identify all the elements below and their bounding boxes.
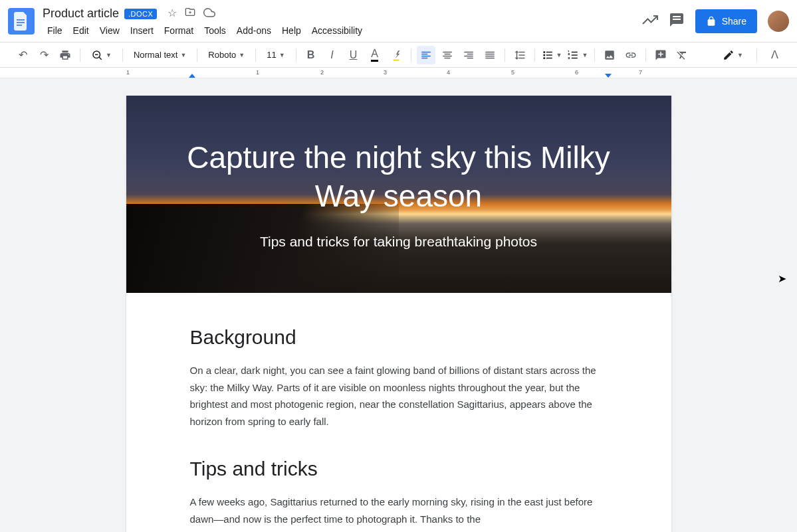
ruler-num: 6 bbox=[575, 69, 578, 76]
ruler-num: 7 bbox=[639, 69, 642, 76]
svg-rect-2 bbox=[17, 25, 22, 26]
hero-title[interactable]: Capture the night sky this Milky Way sea… bbox=[166, 139, 631, 215]
svg-point-6 bbox=[543, 51, 545, 53]
align-left-button[interactable] bbox=[417, 46, 435, 64]
font-dropdown[interactable]: Roboto▼ bbox=[203, 46, 250, 64]
menu-addons[interactable]: Add-ons bbox=[232, 23, 276, 39]
svg-line-4 bbox=[99, 57, 102, 60]
hero-subtitle[interactable]: Tips and tricks for taking breathtaking … bbox=[260, 234, 537, 250]
collapse-toolbar-button[interactable]: ᐱ bbox=[765, 46, 784, 64]
menu-file[interactable]: File bbox=[43, 23, 67, 39]
number-list-button[interactable]: ▼ bbox=[566, 46, 589, 64]
highlight-button[interactable] bbox=[387, 46, 405, 64]
comments-icon[interactable] bbox=[669, 12, 685, 31]
underline-button[interactable]: U bbox=[344, 46, 363, 64]
section-body[interactable]: On a clear, dark night, you can see a fa… bbox=[190, 362, 608, 430]
app-header: Product article .DOCX ☆ File Edit View I… bbox=[0, 0, 797, 43]
undo-button[interactable]: ↶ bbox=[13, 46, 32, 64]
italic-button[interactable]: I bbox=[323, 46, 342, 64]
activity-icon[interactable] bbox=[642, 12, 658, 31]
docs-logo[interactable] bbox=[8, 8, 35, 35]
ruler-num: 5 bbox=[511, 69, 514, 76]
hero-image: Capture the night sky this Milky Way sea… bbox=[126, 96, 671, 293]
ruler-num: 1 bbox=[126, 69, 130, 76]
ruler-num: 1 bbox=[256, 69, 259, 76]
ruler-num: 2 bbox=[320, 69, 324, 76]
insert-link-button[interactable] bbox=[622, 46, 640, 64]
toolbar: ↶ ↷ ▼ Normal text▼ Roboto▼ 11▼ B I U A ▼… bbox=[0, 43, 797, 68]
menu-edit[interactable]: Edit bbox=[68, 23, 94, 39]
cloud-icon[interactable] bbox=[203, 7, 215, 21]
page[interactable]: Capture the night sky this Milky Way sea… bbox=[126, 96, 671, 532]
svg-rect-1 bbox=[17, 22, 25, 23]
document-title[interactable]: Product article bbox=[43, 7, 119, 21]
align-center-button[interactable] bbox=[438, 46, 457, 64]
user-avatar[interactable] bbox=[768, 11, 789, 32]
menu-help[interactable]: Help bbox=[277, 23, 306, 39]
move-icon[interactable] bbox=[185, 7, 195, 21]
share-label: Share bbox=[722, 16, 746, 27]
ruler-num: 4 bbox=[447, 69, 450, 76]
svg-point-7 bbox=[543, 54, 545, 56]
svg-rect-0 bbox=[17, 19, 25, 21]
redo-button[interactable]: ↷ bbox=[35, 46, 53, 64]
content-area[interactable]: Background On a clear, dark night, you c… bbox=[126, 293, 671, 532]
section-heading[interactable]: Background bbox=[190, 326, 608, 349]
menu-insert[interactable]: Insert bbox=[126, 23, 158, 39]
clear-format-button[interactable] bbox=[673, 46, 691, 64]
line-spacing-button[interactable] bbox=[511, 46, 529, 64]
menu-view[interactable]: View bbox=[95, 23, 124, 39]
svg-point-8 bbox=[543, 57, 545, 59]
document-canvas[interactable]: Capture the night sky this Milky Way sea… bbox=[0, 78, 797, 532]
ruler-num: 3 bbox=[384, 69, 387, 76]
menu-accessibility[interactable]: Accessibility bbox=[307, 23, 367, 39]
star-icon[interactable]: ☆ bbox=[168, 7, 177, 21]
section-body[interactable]: A few weeks ago, Sagittarius returned to… bbox=[190, 493, 608, 527]
bullet-list-button[interactable]: ▼ bbox=[540, 46, 564, 64]
indent-marker-right[interactable] bbox=[605, 74, 612, 78]
insert-image-button[interactable] bbox=[600, 46, 619, 64]
docx-badge: .DOCX bbox=[124, 9, 157, 19]
lock-icon bbox=[706, 16, 717, 27]
add-comment-button[interactable] bbox=[651, 46, 670, 64]
share-button[interactable]: Share bbox=[695, 9, 757, 33]
menu-format[interactable]: Format bbox=[160, 23, 198, 39]
ruler[interactable]: 1 1 2 3 4 5 6 7 bbox=[0, 68, 797, 78]
menubar: File Edit View Insert Format Tools Add-o… bbox=[43, 23, 642, 39]
section-heading[interactable]: Tips and tricks bbox=[190, 458, 608, 480]
style-dropdown[interactable]: Normal text▼ bbox=[128, 46, 191, 64]
align-justify-button[interactable] bbox=[481, 46, 499, 64]
indent-marker-left[interactable] bbox=[189, 74, 195, 78]
align-right-button[interactable] bbox=[459, 46, 478, 64]
size-dropdown[interactable]: 11▼ bbox=[261, 46, 290, 64]
bold-button[interactable]: B bbox=[302, 46, 320, 64]
title-area: Product article .DOCX ☆ File Edit View I… bbox=[43, 4, 642, 39]
editing-mode-dropdown[interactable]: ▼ bbox=[717, 46, 748, 64]
print-button[interactable] bbox=[56, 46, 74, 64]
zoom-dropdown[interactable]: ▼ bbox=[86, 46, 117, 64]
menu-tools[interactable]: Tools bbox=[199, 23, 231, 39]
text-color-button[interactable]: A bbox=[366, 46, 384, 64]
